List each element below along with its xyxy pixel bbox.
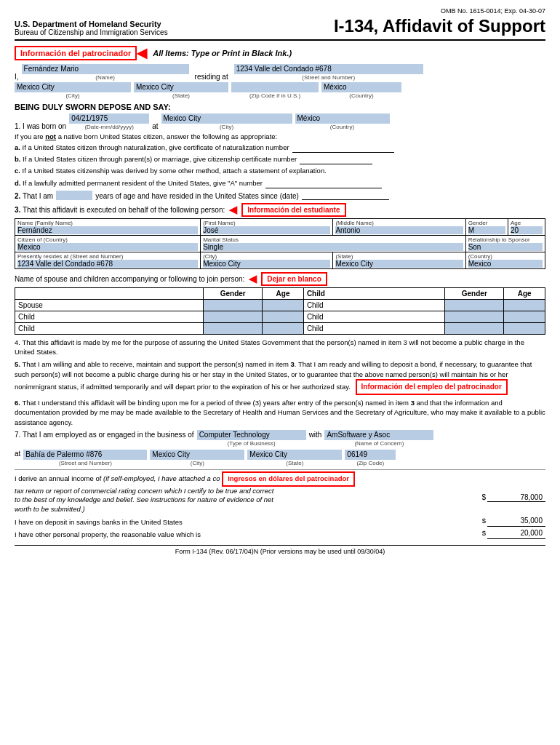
city-label: (City) <box>15 92 131 99</box>
annual-income-field[interactable]: 78,000 <box>487 493 545 502</box>
property-text: I have other personal property, the reas… <box>15 530 201 539</box>
citizen-value[interactable]: Mexico <box>17 243 198 251</box>
gender-col1: Gender <box>204 287 263 299</box>
sponsor-arrow: ◀ <box>137 45 147 61</box>
relationship-label: Relationship to Sponsor <box>468 236 543 243</box>
age-col1: Age <box>263 287 304 299</box>
sponsor-city-field[interactable]: Mexico City <box>15 82 131 92</box>
first-name-label: (First Name) <box>203 220 330 226</box>
marital-value[interactable]: Single <box>203 243 463 251</box>
savings-row: I have on deposit in savings banks in th… <box>15 516 545 527</box>
company-label: (Name of Concern) <box>324 440 433 447</box>
row2-gender[interactable] <box>204 311 263 322</box>
birth-city-field[interactable]: Mexico City <box>161 113 292 124</box>
form-footer: Form I-134 (Rev. 06/17/04)N (Prior versi… <box>15 545 545 555</box>
person-state-value[interactable]: Mexico City <box>335 260 463 268</box>
row3-child: Child <box>303 322 444 334</box>
relationship-value[interactable]: Son <box>468 243 543 251</box>
street-label: (Street and Number) <box>234 74 423 81</box>
row1-age[interactable] <box>263 299 304 311</box>
residing-at-text: residing at <box>195 73 228 81</box>
item7-address-row: at Bahía de Palermo #876 (Street and Num… <box>15 450 545 466</box>
at-text: at <box>152 122 158 130</box>
row3-age2[interactable] <box>504 322 545 334</box>
employer-street-label: (Street and Number) <box>23 460 147 466</box>
income-intro-text: I derive an annual income of (if self-em… <box>15 471 476 514</box>
age-field[interactable] <box>56 191 92 200</box>
property-row: I have other personal property, the reas… <box>15 528 545 539</box>
employer-street-field[interactable]: Bahía de Palermo #876 <box>23 450 147 460</box>
employer-state-field[interactable]: Mexico City <box>247 450 342 460</box>
citizenship-item-b: b. If a United States citizen through pa… <box>15 154 545 164</box>
savings-symbol: $ <box>482 516 486 525</box>
first-name-value[interactable]: José <box>203 226 330 234</box>
student-annotation: Información del estudiante <box>241 203 345 217</box>
citizenship-item-c: c. If a United States citizenship was de… <box>15 165 545 176</box>
item1-prefix: 1. I was born on <box>15 122 66 130</box>
person-state-label: (State) <box>335 253 463 260</box>
savings-field[interactable]: 35,000 <box>487 516 545 527</box>
person-country-label: (Country) <box>468 253 543 260</box>
birth-country-field[interactable]: México <box>295 113 390 124</box>
child-col: Child <box>303 287 444 299</box>
gender-col2: Gender <box>445 287 504 299</box>
middle-name-value[interactable]: Antonio <box>335 226 463 234</box>
item3-text: 3. That this affidavit is executed on be… <box>15 206 225 214</box>
marital-label: Marital Status <box>203 236 463 243</box>
dob-field[interactable]: 04/21/1975 <box>69 113 149 124</box>
company-field[interactable]: AmSoftware y Asoc <box>324 430 433 440</box>
employer-zip-field[interactable]: 06149 <box>345 450 396 460</box>
employer-state-label: (State) <box>247 460 342 466</box>
property-field[interactable]: 20,000 <box>487 528 545 539</box>
residence-since-field[interactable] <box>302 191 389 200</box>
person-info-table: Name (Family Name) Fernández (First Name… <box>15 218 545 269</box>
naturalization-field[interactable] <box>292 144 394 153</box>
citizenship-note: If you are not a native born United Stat… <box>15 132 277 140</box>
gender-value[interactable]: M <box>468 226 505 234</box>
row3-gender2[interactable] <box>445 322 504 334</box>
income-annotation: Ingresos en dólares del patrocinador <box>222 471 355 487</box>
row2-age2[interactable] <box>504 311 545 322</box>
employer-city-field[interactable]: Mexico City <box>150 450 244 460</box>
annual-symbol: $ <box>481 493 486 501</box>
age-col2: Age <box>504 287 545 299</box>
item6-paragraph: 6. That I understand this affidavit will… <box>15 398 545 427</box>
item7-prefix: 7. That I am employed as or engaged in t… <box>15 431 194 439</box>
sworn-text: BEING DULY SWORN DEPOSE AND SAY: <box>15 103 171 111</box>
blank-annotation: Dejar en blanco <box>261 272 327 286</box>
sponsor-country-field[interactable]: México <box>321 82 401 92</box>
citizenship-cert-field[interactable] <box>300 156 372 164</box>
at-label: at <box>15 450 20 466</box>
family-join-label: Name of spouse and children accompanying… <box>15 275 244 283</box>
family-arrow: ◀ <box>249 273 257 284</box>
row1-child: Child <box>303 299 444 311</box>
age-value[interactable]: 20 <box>511 226 543 234</box>
sponsor-annotation: Información del patrocinador <box>15 46 137 60</box>
item4-paragraph: 4. That this affidavit is made by me for… <box>15 338 545 357</box>
omb-number: OMB No. 1615-0014; Exp. 04-30-07 <box>15 7 545 15</box>
a-number-field[interactable] <box>265 180 382 188</box>
row3-age[interactable] <box>263 322 304 334</box>
row3-gender[interactable] <box>204 322 263 334</box>
row1-gender[interactable] <box>204 299 263 311</box>
birth-country-label: (Country) <box>295 124 390 130</box>
sponsor-name-field[interactable]: Fernández Mario <box>22 64 189 74</box>
item5-paragraph: 5. That I am willing and able to receive… <box>15 359 545 395</box>
row2-age[interactable] <box>263 311 304 322</box>
middle-name-label: (Middle Name) <box>335 220 463 226</box>
state-label: (State) <box>134 92 228 99</box>
footer-text: Form I-134 (Rev. 06/17/04)N (Prior versi… <box>175 548 385 555</box>
person-country-value[interactable]: Mexico <box>468 260 543 268</box>
row2-gender2[interactable] <box>445 311 504 322</box>
business-type-field[interactable]: Computer Technology <box>197 430 306 440</box>
family-name-value[interactable]: Fernández <box>17 226 198 234</box>
address-value[interactable]: 1234 Valle del Condado #678 <box>17 260 198 268</box>
row2-type: Child <box>15 311 204 322</box>
person-city-value[interactable]: Mexico City <box>203 260 330 268</box>
sponsor-zip-field[interactable] <box>231 82 319 92</box>
row1-age2[interactable] <box>504 299 545 311</box>
citizen-label: Citizen of (Country) <box>17 236 198 243</box>
sponsor-state-field[interactable]: Mexico City <box>134 82 228 92</box>
sponsor-street-field[interactable]: 1234 Valle del Condado #678 <box>234 64 423 74</box>
row1-gender2[interactable] <box>445 299 504 311</box>
